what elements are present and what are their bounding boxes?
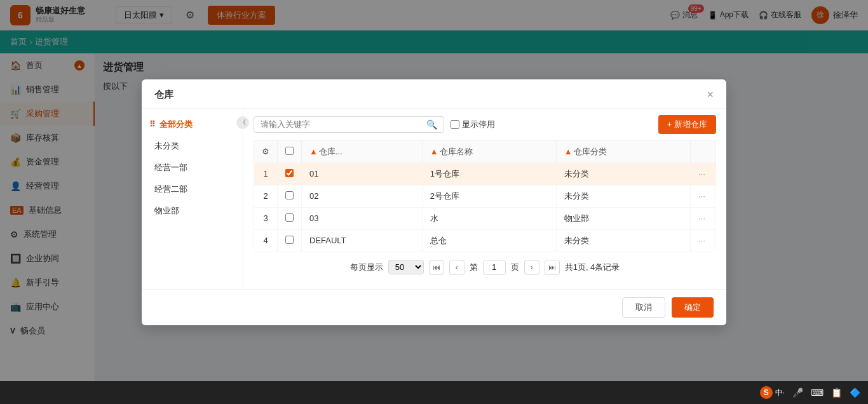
show-disabled-checkbox[interactable] xyxy=(451,120,459,129)
keyboard-icon[interactable]: ⌨ xyxy=(811,387,824,398)
category-all-label: 全部分类 xyxy=(159,119,193,130)
page-suffix: 页 xyxy=(511,262,519,273)
row-code: 03 xyxy=(302,207,423,229)
modal-close-button[interactable]: × xyxy=(707,88,714,102)
select-all-checkbox[interactable] xyxy=(285,147,294,155)
search-input[interactable] xyxy=(261,119,423,129)
col-name: ▲仓库名称 xyxy=(422,140,556,163)
row-name: 2号仓库 xyxy=(422,185,556,207)
row-num: 1 xyxy=(254,163,278,185)
row-code: 01 xyxy=(302,163,423,185)
brand-label: 中· xyxy=(775,387,785,398)
row-category: 未分类 xyxy=(556,163,690,185)
col-settings: ⚙ xyxy=(254,140,278,163)
row-code: 02 xyxy=(302,185,423,207)
row-checkbox[interactable] xyxy=(278,185,302,207)
category-item-ops1[interactable]: 经营一部 xyxy=(142,157,243,178)
row-actions[interactable]: ··· xyxy=(691,163,716,185)
row-name: 水 xyxy=(422,207,556,229)
confirm-button[interactable]: 确定 xyxy=(672,297,714,318)
new-warehouse-button[interactable]: + 新增仓库 xyxy=(658,115,716,134)
search-box: 🔍 xyxy=(254,116,444,133)
table-row[interactable]: 2 02 2号仓库 未分类 ··· xyxy=(254,185,716,207)
table-toolbar: 🔍 显示停用 + 新增仓库 xyxy=(254,115,716,134)
col-category: ▲仓库分类 xyxy=(556,140,690,163)
col-checkbox xyxy=(278,140,302,163)
sort-icon-name: ▲ xyxy=(430,147,438,156)
category-item-unclassified[interactable]: 未分类 xyxy=(142,135,243,157)
prev-page-button[interactable]: ‹ xyxy=(449,260,465,275)
page-label: 第 xyxy=(470,262,478,273)
row-code: DEFAULT xyxy=(302,229,423,252)
table-panel: 🔍 显示停用 + 新增仓库 ⚙ ▲仓库... xyxy=(243,109,726,289)
modal-header: 仓库 × xyxy=(142,79,726,109)
cancel-button[interactable]: 取消 xyxy=(622,297,665,318)
row-actions[interactable]: ··· xyxy=(691,207,716,229)
bottom-bar: S 中· 🎤 ⌨ 📋 🔷 xyxy=(0,381,868,404)
show-disabled-area: 显示停用 xyxy=(451,119,495,130)
search-icon[interactable]: 🔍 xyxy=(426,119,437,130)
brand-s-icon: S xyxy=(760,386,773,399)
table-row[interactable]: 3 03 水 物业部 ··· xyxy=(254,207,716,229)
next-page-button[interactable]: › xyxy=(524,260,539,275)
sort-icon-category: ▲ xyxy=(564,147,573,156)
category-panel: ⠿ 全部分类 《 未分类 经营一部 经营二部 物业部 xyxy=(142,109,243,289)
row-actions[interactable]: ··· xyxy=(691,229,716,252)
page-size-label: 每页显示 xyxy=(350,262,383,273)
mic-icon[interactable]: 🎤 xyxy=(792,387,803,398)
row-category: 物业部 xyxy=(556,207,690,229)
row-checkbox[interactable] xyxy=(278,207,302,229)
modal-body: ⠿ 全部分类 《 未分类 经营一部 经营二部 物业部 🔍 xyxy=(142,109,726,289)
first-page-button[interactable]: ⏮ xyxy=(429,260,444,275)
collapse-button[interactable]: 《 xyxy=(236,116,249,129)
page-size-select[interactable]: 50 100 xyxy=(388,260,424,274)
table-row[interactable]: 1 01 1号仓库 未分类 ··· xyxy=(254,163,716,185)
brand-area: S 中· xyxy=(760,386,785,399)
warehouse-modal: 仓库 × ⠿ 全部分类 《 未分类 经营一部 经营二部 物业部 xyxy=(142,79,726,325)
row-name: 总仓 xyxy=(422,229,556,252)
table-row[interactable]: 4 DEFAULT 总仓 未分类 ··· xyxy=(254,229,716,252)
modal-title: 仓库 xyxy=(154,89,173,101)
col-actions xyxy=(691,140,716,163)
modal-backdrop: 仓库 × ⠿ 全部分类 《 未分类 经营一部 经营二部 物业部 xyxy=(0,0,868,404)
row-num: 3 xyxy=(254,207,278,229)
row-actions[interactable]: ··· xyxy=(691,185,716,207)
category-item-ops2[interactable]: 经营二部 xyxy=(142,178,243,200)
row-name: 1号仓库 xyxy=(422,163,556,185)
total-info: 共1页, 4条记录 xyxy=(565,262,620,273)
row-checkbox[interactable] xyxy=(278,163,302,185)
row-num: 4 xyxy=(254,229,278,252)
modal-footer: 取消 确定 xyxy=(142,289,726,325)
col-code: ▲仓库... xyxy=(302,140,423,163)
pagination: 每页显示 50 100 ⏮ ‹ 第 页 › ⏭ 共1页, 4条记录 xyxy=(254,252,716,283)
show-disabled-label: 显示停用 xyxy=(462,119,495,130)
row-num: 2 xyxy=(254,185,278,207)
row-category: 未分类 xyxy=(556,229,690,252)
category-all[interactable]: ⠿ 全部分类 xyxy=(142,114,243,135)
row-category: 未分类 xyxy=(556,185,690,207)
clipboard-icon[interactable]: 📋 xyxy=(831,387,842,398)
diamond-icon[interactable]: 🔷 xyxy=(850,387,860,398)
row-checkbox[interactable] xyxy=(278,229,302,252)
last-page-button[interactable]: ⏭ xyxy=(545,260,560,275)
sort-icon: ▲ xyxy=(309,147,318,156)
warehouse-table: ⚙ ▲仓库... ▲仓库名称 ▲仓库分类 1 01 1号仓库 未分类 ··· 2 xyxy=(254,140,716,252)
page-number-input[interactable] xyxy=(483,260,506,275)
category-item-property[interactable]: 物业部 xyxy=(142,200,243,222)
grid-icon: ⠿ xyxy=(149,119,156,129)
